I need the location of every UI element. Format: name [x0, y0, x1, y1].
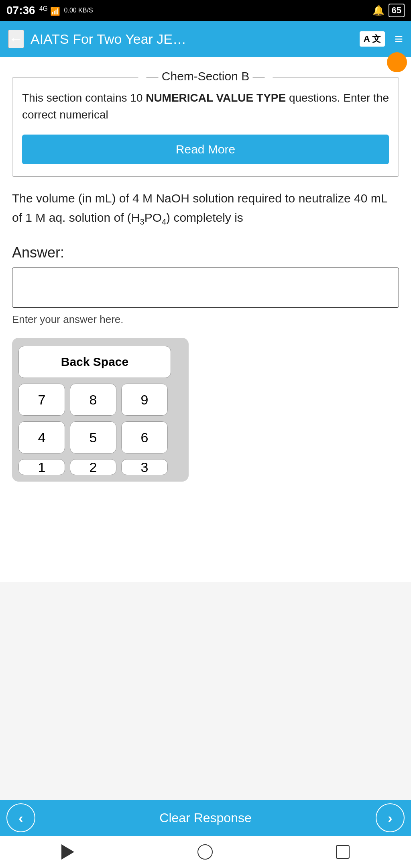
prev-button[interactable]: ‹ — [6, 803, 35, 832]
android-navigation-bar — [0, 836, 411, 868]
answer-input[interactable] — [12, 268, 399, 308]
status-right: 🔔 65 — [372, 4, 405, 17]
recents-square-icon — [336, 845, 350, 859]
main-content: Chem-Section B This section contains 10 … — [0, 57, 411, 582]
keypad-row-backspace: Back Space — [18, 346, 182, 378]
section-info-box: Chem-Section B This section contains 10 … — [12, 77, 399, 177]
key-3[interactable]: 3 — [121, 459, 168, 475]
key-7[interactable]: 7 — [18, 384, 65, 416]
key-6[interactable]: 6 — [121, 421, 168, 453]
android-home-button[interactable] — [197, 844, 213, 860]
key-1[interactable]: 1 — [18, 459, 65, 475]
home-circle-icon — [197, 844, 213, 860]
answer-section: Answer: Enter your answer here. — [12, 244, 399, 326]
status-time: 07:36 — [6, 4, 35, 17]
answer-hint: Enter your answer here. — [12, 313, 399, 326]
vibrate-icon: 🔔 — [372, 5, 385, 16]
key-8[interactable]: 8 — [70, 384, 116, 416]
status-bar: 07:36 4G 📶 0.00 KB/S 🔔 65 — [0, 0, 411, 21]
android-back-button[interactable] — [61, 844, 74, 860]
next-button[interactable]: › — [376, 803, 405, 832]
next-icon: › — [388, 810, 392, 826]
section-description: This section contains 10 NUMERICAL VALUE… — [22, 90, 389, 123]
keypad-row-456: 4 5 6 — [18, 421, 182, 453]
key-9[interactable]: 9 — [121, 384, 168, 416]
answer-label: Answer: — [12, 244, 399, 261]
bottom-navigation: ‹ Clear Response › — [0, 800, 411, 836]
menu-button[interactable]: ≡ — [395, 31, 403, 47]
backspace-button[interactable]: Back Space — [18, 346, 171, 378]
android-recents-button[interactable] — [336, 845, 350, 859]
lang-label: A 文 — [364, 33, 381, 45]
header-title: AIATS For Two Year JE… — [31, 31, 353, 47]
back-button[interactable]: ← — [8, 30, 24, 48]
back-triangle-icon — [61, 844, 74, 860]
key-2[interactable]: 2 — [70, 459, 116, 475]
key-4[interactable]: 4 — [18, 421, 65, 453]
status-signal: 4G 📶 — [39, 5, 60, 16]
battery-indicator: 65 — [389, 4, 405, 17]
key-5[interactable]: 5 — [70, 421, 116, 453]
read-more-button[interactable]: Read More — [22, 135, 389, 164]
notification-badge — [387, 52, 407, 72]
data-speed: 0.00 KB/S — [64, 7, 93, 14]
network-type: 4G — [39, 5, 48, 12]
section-title: Chem-Section B — [138, 69, 273, 83]
question-text: The volume (in mL) of 4 M NaOH solution … — [12, 189, 399, 228]
status-left: 07:36 4G 📶 0.00 KB/S — [6, 4, 93, 17]
keypad-row-123-partial: 1 2 3 — [18, 459, 182, 475]
numeric-keypad: Back Space 7 8 9 4 5 6 1 2 3 — [12, 338, 189, 482]
prev-icon: ‹ — [18, 810, 23, 826]
app-header: ← AIATS For Two Year JE… A 文 ≡ — [0, 21, 411, 57]
clear-response-button[interactable]: Clear Response — [35, 800, 376, 836]
language-button[interactable]: A 文 — [360, 31, 385, 47]
keypad-row-789: 7 8 9 — [18, 384, 182, 416]
